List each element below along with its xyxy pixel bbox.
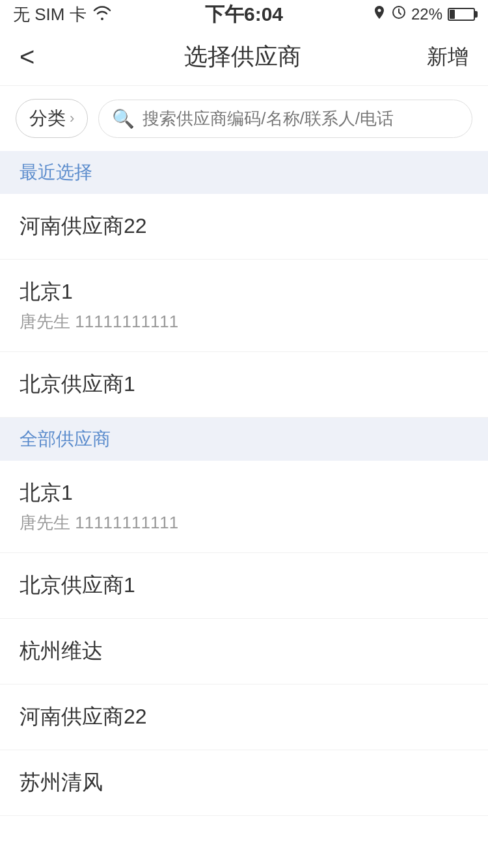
recent-section-header: 最近选择 <box>0 151 488 194</box>
battery-text: 22% <box>411 5 442 23</box>
back-button[interactable]: < <box>20 42 59 72</box>
item-name: 河南供应商22 <box>20 703 468 731</box>
item-name: 杭州维达 <box>20 637 468 666</box>
carrier-text: 无 SIM 卡 <box>13 3 87 26</box>
page-title: 选择供应商 <box>184 41 301 73</box>
list-item[interactable]: 北京供应商1 <box>0 352 488 418</box>
list-item[interactable]: 北京1 唐先生 11111111111 <box>0 461 488 553</box>
list-item[interactable]: 河南供应商22 <box>0 194 488 260</box>
item-sub: 唐先生 11111111111 <box>20 511 468 534</box>
search-input[interactable] <box>142 109 459 129</box>
recent-items-list: 河南供应商22 北京1 唐先生 11111111111 北京供应商1 <box>0 194 488 418</box>
clock-icon <box>392 5 406 23</box>
list-item[interactable]: 北京供应商1 <box>0 553 488 619</box>
category-button[interactable]: 分类 › <box>16 99 88 138</box>
wifi-icon <box>93 5 111 25</box>
item-name: 北京供应商1 <box>20 370 468 399</box>
item-name: 河南供应商22 <box>20 212 468 241</box>
list-item[interactable]: 北京1 唐先生 11111111111 <box>0 260 488 352</box>
battery-icon <box>448 8 475 21</box>
status-bar: 无 SIM 卡 下午6:04 22% <box>0 0 488 29</box>
chevron-right-icon: › <box>70 110 74 127</box>
status-time: 下午6:04 <box>205 1 283 28</box>
all-section-header: 全部供应商 <box>0 418 488 461</box>
all-section-title: 全部供应商 <box>20 429 111 449</box>
item-name: 北京1 <box>20 278 468 306</box>
all-items-list: 北京1 唐先生 11111111111 北京供应商1 杭州维达 河南供应商22 … <box>0 461 488 816</box>
item-name: 苏州清风 <box>20 768 468 797</box>
item-sub: 唐先生 11111111111 <box>20 310 468 333</box>
search-box[interactable]: 🔍 <box>98 100 472 138</box>
category-label: 分类 <box>29 106 66 131</box>
status-left: 无 SIM 卡 <box>13 3 111 26</box>
list-item[interactable]: 杭州维达 <box>0 619 488 685</box>
search-row: 分类 › 🔍 <box>0 86 488 151</box>
location-icon <box>372 5 386 23</box>
recent-section-title: 最近选择 <box>20 162 92 182</box>
list-item[interactable]: 苏州清风 <box>0 750 488 816</box>
item-name: 北京供应商1 <box>20 571 468 600</box>
list-item[interactable]: 河南供应商22 <box>0 685 488 750</box>
search-icon: 🔍 <box>112 108 135 129</box>
nav-bar: < 选择供应商 新增 <box>0 29 488 86</box>
status-right: 22% <box>372 5 475 23</box>
add-button[interactable]: 新增 <box>427 43 468 72</box>
item-name: 北京1 <box>20 479 468 508</box>
